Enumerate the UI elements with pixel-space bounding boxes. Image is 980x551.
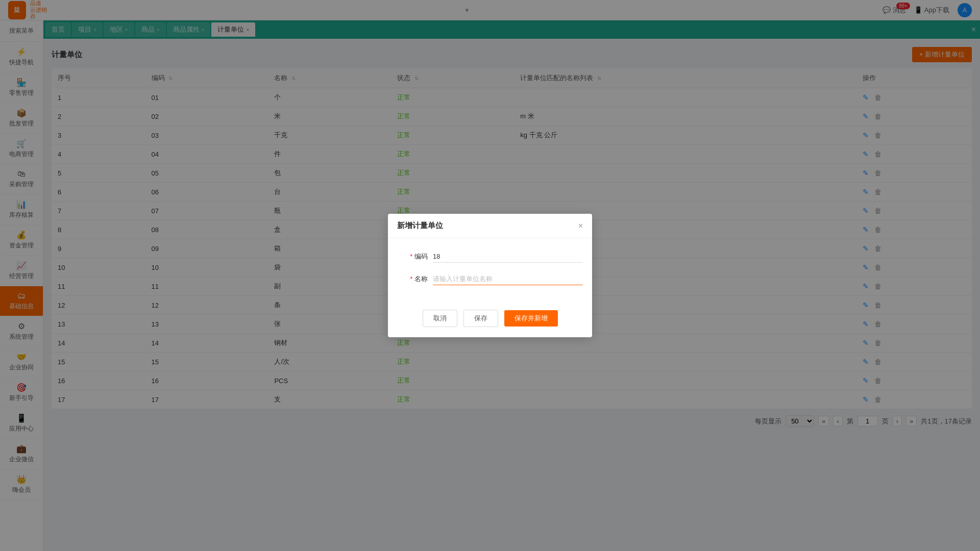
modal-header: 新增计量单位 × [388, 214, 592, 238]
modal-footer: 取消 保存 保存并新增 [388, 304, 592, 337]
form-row-code: 编码 [397, 251, 583, 263]
cancel-button[interactable]: 取消 [423, 310, 457, 327]
modal-title: 新增计量单位 [397, 221, 443, 231]
modal-close-btn[interactable]: × [578, 222, 583, 230]
code-input[interactable] [433, 251, 583, 263]
save-button[interactable]: 保存 [463, 310, 498, 327]
save-and-new-button[interactable]: 保存并新增 [504, 310, 558, 327]
modal-body: 编码 名称 [388, 238, 592, 304]
name-label: 名称 [397, 274, 428, 284]
name-input[interactable] [433, 273, 583, 285]
form-row-name: 名称 [397, 273, 583, 285]
add-unit-modal: 新增计量单位 × 编码 名称 取消 保存 保存并新增 [388, 214, 592, 337]
modal-overlay[interactable]: 新增计量单位 × 编码 名称 取消 保存 保存并新增 [0, 0, 980, 551]
code-label: 编码 [397, 252, 428, 261]
